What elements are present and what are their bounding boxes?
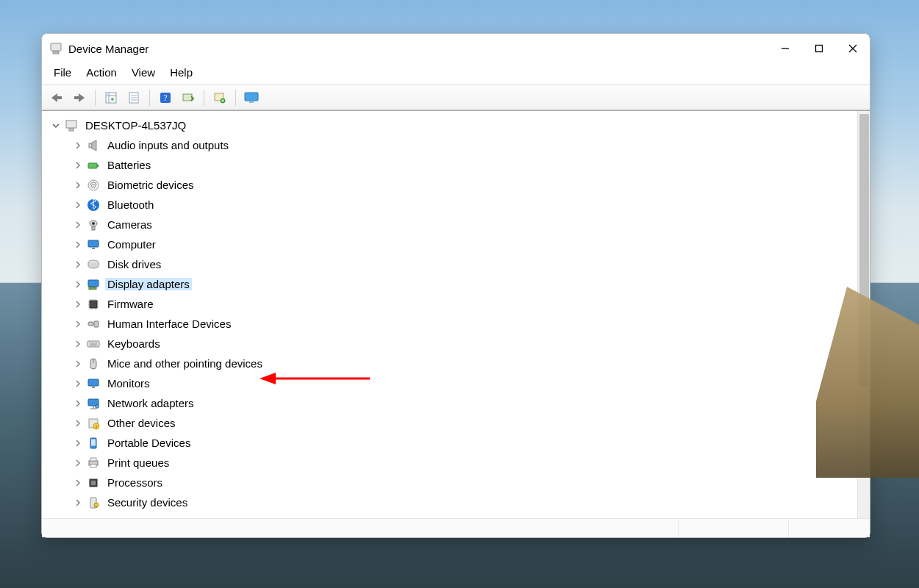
chevron-right-icon[interactable] xyxy=(73,438,83,448)
bluetooth-icon xyxy=(86,198,101,212)
security-icon xyxy=(86,495,101,510)
printer-icon xyxy=(86,456,101,470)
tree-item-label: Firmware xyxy=(105,298,156,310)
chevron-right-icon[interactable] xyxy=(73,180,83,190)
chevron-right-icon[interactable] xyxy=(73,458,83,468)
svg-rect-30 xyxy=(89,287,96,289)
svg-rect-38 xyxy=(92,387,95,388)
toolbar-forward[interactable] xyxy=(69,88,90,107)
toolbar-help[interactable]: ? xyxy=(155,88,176,107)
svg-rect-47 xyxy=(90,458,96,461)
chevron-right-icon[interactable] xyxy=(73,240,83,250)
tree-item-label: Biometric devices xyxy=(105,179,196,191)
svg-rect-0 xyxy=(51,43,61,51)
svg-rect-16 xyxy=(69,129,74,131)
chevron-right-icon[interactable] xyxy=(73,498,83,508)
tree-item-label: Processors xyxy=(105,476,165,489)
toolbar-back[interactable] xyxy=(46,88,67,107)
monitor-icon xyxy=(86,237,101,252)
scrollbar-thumb[interactable] xyxy=(859,114,869,386)
svg-rect-1 xyxy=(53,51,59,54)
svg-rect-15 xyxy=(66,121,76,128)
svg-rect-4 xyxy=(74,96,79,99)
toolbar-show-hidden[interactable] xyxy=(101,88,121,107)
menu-action[interactable]: Action xyxy=(80,65,123,80)
tree-item[interactable]: Bluetooth xyxy=(70,195,857,215)
svg-rect-25 xyxy=(92,226,95,230)
toolbar-add-legacy[interactable] xyxy=(241,88,262,107)
tree-item[interactable]: Portable Devices xyxy=(70,433,857,453)
tree-item[interactable]: Print queues xyxy=(70,453,857,473)
svg-rect-27 xyxy=(92,248,95,249)
add-legacy-icon xyxy=(244,92,259,104)
toolbar-properties[interactable] xyxy=(124,88,144,107)
tree-item[interactable]: Network adapters xyxy=(70,393,857,413)
titlebar: Device Manager xyxy=(42,34,870,63)
toolbar-update-driver[interactable] xyxy=(178,88,199,107)
tree-item[interactable]: Cameras xyxy=(70,215,857,234)
toolbar-separator xyxy=(149,90,150,106)
toolbar-separator xyxy=(204,90,204,106)
tree-item[interactable]: Biometric devices xyxy=(70,175,857,195)
svg-rect-31 xyxy=(90,301,97,308)
svg-rect-53 xyxy=(96,506,96,508)
chevron-right-icon[interactable] xyxy=(73,339,83,349)
chevron-right-icon[interactable] xyxy=(73,259,83,270)
chevron-right-icon[interactable] xyxy=(73,140,83,151)
tree-item[interactable]: Human Interface Devices xyxy=(70,314,857,334)
tree-item[interactable]: Batteries xyxy=(70,155,857,175)
svg-rect-32 xyxy=(88,322,93,326)
chevron-right-icon[interactable] xyxy=(73,398,83,409)
tree-item[interactable]: ?Other devices xyxy=(70,413,857,433)
close-button[interactable] xyxy=(836,34,870,63)
tree-item-label: Human Interface Devices xyxy=(105,318,233,330)
battery-icon xyxy=(86,158,101,173)
toolbar-scan-hardware[interactable] xyxy=(210,88,230,107)
chevron-down-icon[interactable] xyxy=(51,121,61,131)
chevron-right-icon[interactable] xyxy=(73,418,83,429)
svg-rect-37 xyxy=(88,379,99,386)
chevron-right-icon[interactable] xyxy=(73,478,83,488)
tree-item[interactable]: Security devices xyxy=(70,492,857,512)
chevron-right-icon[interactable] xyxy=(73,279,83,290)
svg-rect-20 xyxy=(97,165,99,167)
tree-root-label: DESKTOP-4L537JQ xyxy=(83,119,188,132)
tree-item[interactable]: Keyboards xyxy=(70,334,857,354)
desktop-wallpaper: Device Manager File Action View Help xyxy=(0,0,919,588)
minimize-button[interactable] xyxy=(768,34,802,63)
toolbar-separator xyxy=(95,90,96,106)
maximize-button[interactable] xyxy=(802,34,836,63)
tree-item[interactable]: Mice and other pointing devices xyxy=(70,354,857,373)
vertical-scrollbar[interactable] xyxy=(857,111,870,518)
help-icon: ? xyxy=(159,91,172,104)
status-segment xyxy=(679,519,789,537)
menu-file[interactable]: File xyxy=(48,65,77,80)
tree-item[interactable]: Audio inputs and outputs xyxy=(70,135,857,155)
svg-rect-17 xyxy=(89,143,92,148)
menu-help[interactable]: Help xyxy=(164,65,199,80)
chevron-right-icon[interactable] xyxy=(73,200,83,210)
tree-item[interactable]: Disk drives xyxy=(70,254,857,274)
chevron-right-icon[interactable] xyxy=(73,160,83,171)
tree-item-label: Security devices xyxy=(105,496,190,509)
chevron-right-icon[interactable] xyxy=(73,299,83,309)
chevron-right-icon[interactable] xyxy=(73,379,83,389)
menu-view[interactable]: View xyxy=(126,65,161,80)
chevron-right-icon[interactable] xyxy=(73,359,83,369)
svg-rect-14 xyxy=(249,101,254,103)
unknown-icon: ? xyxy=(86,416,101,431)
tree-root[interactable]: DESKTOP-4L537JQ xyxy=(48,115,857,135)
tree-item[interactable]: Firmware xyxy=(70,294,857,314)
tree-item[interactable]: Computer xyxy=(70,234,857,254)
tree-item[interactable]: Monitors xyxy=(70,373,857,393)
disk-icon xyxy=(86,257,101,272)
scan-hardware-icon xyxy=(213,91,226,104)
chevron-right-icon[interactable] xyxy=(73,220,83,230)
tree-item[interactable]: Display adapters xyxy=(70,274,857,294)
tree-item-label: Print queues xyxy=(105,456,171,469)
device-tree[interactable]: DESKTOP-4L537JQ Audio inputs and outputs… xyxy=(42,111,857,518)
tree-item[interactable]: Processors xyxy=(70,473,857,492)
speaker-icon xyxy=(86,138,101,153)
chevron-right-icon[interactable] xyxy=(73,319,83,329)
svg-rect-50 xyxy=(91,481,96,485)
